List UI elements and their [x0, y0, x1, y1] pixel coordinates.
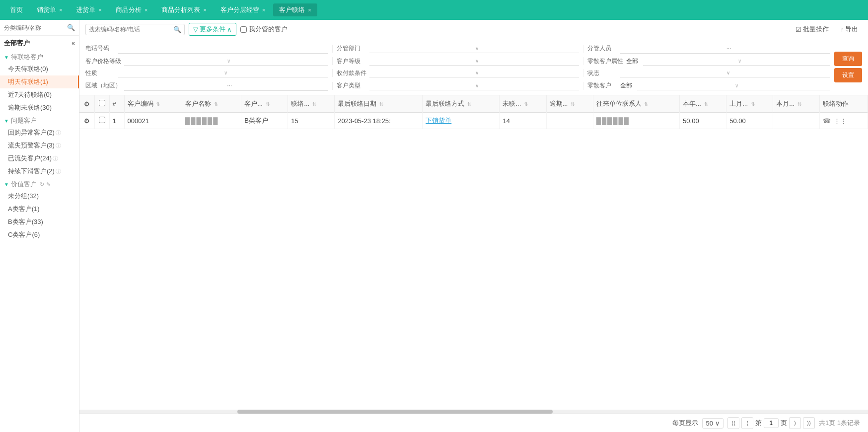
row-uncontacted: 14 [500, 113, 546, 129]
chevron-down-icon: ∨ [715, 420, 720, 427]
first-page-btn[interactable]: ⟨⟨ [727, 417, 739, 429]
row-gear[interactable]: ⚙ [79, 113, 94, 129]
nav-sales[interactable]: 销货单 × [31, 3, 68, 16]
this-month-header[interactable]: 本月... ⇅ [773, 95, 820, 113]
filter-row-2: 客户价格等级 ∨ 客户等级 ∨ [85, 57, 830, 66]
type-column-header[interactable]: 客户... ⇅ [241, 95, 288, 113]
sidebar-item-churn-warning[interactable]: 流失预警客户(3) ⓘ [0, 139, 79, 152]
last-month-header[interactable]: 上月... ⇅ [726, 95, 773, 113]
nav-product-list[interactable]: 商品分析列表 × [155, 3, 212, 16]
sidebar-item-tomorrow[interactable]: 明天待联络(1) [0, 75, 79, 88]
more-conditions-btn[interactable]: ▽ 更多条件 ∧ [189, 23, 236, 36]
sidebar-item-overdue[interactable]: 逾期未联络(30) [0, 101, 79, 114]
scrollbar-thumb[interactable] [237, 410, 553, 414]
dept-select[interactable]: ∨ [369, 44, 579, 53]
close-icon[interactable]: × [145, 7, 147, 13]
nav-home[interactable]: 首页 [4, 3, 29, 16]
person-select[interactable]: ··· [620, 43, 830, 54]
customer-type-select[interactable]: ∨ [369, 81, 579, 90]
select-all-checkbox[interactable] [99, 100, 105, 106]
export-btn[interactable]: ↑ 导出 [837, 23, 863, 35]
divider [583, 69, 583, 77]
nav-customer-segment[interactable]: 客户分层经营 × [215, 3, 271, 16]
last-contact-date-header[interactable]: 最后联络日期 ⇅ [335, 95, 423, 113]
my-customers-check[interactable] [240, 26, 247, 33]
next-page-btn[interactable]: ⟩ [789, 417, 801, 429]
search-icon[interactable]: 🔍 [173, 26, 181, 33]
close-icon[interactable]: × [262, 7, 265, 13]
chevron-down-icon: ∨ [475, 70, 578, 75]
this-year-header[interactable]: 本年... ⇅ [680, 95, 726, 113]
settings-button[interactable]: 设置 [834, 68, 862, 82]
info-icon: ⓘ [56, 168, 61, 175]
search-icon[interactable]: 🔍 [67, 24, 75, 31]
export-icon: ↑ [841, 26, 844, 33]
sidebar-item-ungrouped[interactable]: 未分组(32) [0, 190, 79, 203]
row-checkbox[interactable] [94, 113, 109, 129]
price-level-select[interactable]: ∨ [124, 57, 328, 66]
customer-level-select[interactable]: ∨ [369, 57, 579, 66]
search-input[interactable] [89, 26, 171, 33]
close-icon[interactable]: × [308, 7, 311, 13]
row-name: ██████ [182, 113, 241, 129]
name-column-header[interactable]: 客户名称 ⇅ [182, 95, 241, 113]
contacts-column-header[interactable]: 联络... ⇅ [288, 95, 335, 113]
status-select[interactable]: ∨ [620, 69, 830, 77]
sort-icon: ⇅ [379, 101, 383, 107]
customer-table: ⚙ # 客户编码 ⇅ 客户名称 ⇅ 客户... ⇅ [79, 95, 868, 410]
table-footer: 每页显示 50 ∨ ⟨⟨ ⟨ 第 页 ⟩ ⟩⟩ 共1页 1条记录 [79, 414, 868, 432]
sidebar-item-c-class[interactable]: C类客户(6) [0, 228, 79, 241]
sort-icon: ⇅ [524, 101, 528, 107]
nature-select[interactable]: ∨ [118, 69, 328, 77]
divider [583, 82, 583, 90]
batch-ops-btn[interactable]: ☑ 批量操作 [792, 23, 833, 35]
code-column-header[interactable]: 客户编码 ⇅ [124, 95, 182, 113]
table-scrollbar[interactable] [79, 410, 868, 414]
action-header: 联络动作 [820, 95, 868, 113]
refresh-icon[interactable]: ↻ [40, 181, 44, 188]
sidebar-item-b-class[interactable]: B类客户(33) [0, 216, 79, 228]
divider [583, 57, 583, 65]
close-icon[interactable]: × [98, 7, 101, 13]
prev-page-btn[interactable]: ⟨ [741, 417, 753, 429]
edit-icon[interactable]: ✎ [46, 181, 51, 188]
page-input[interactable] [764, 418, 779, 428]
nav-purchase[interactable]: 进货单 × [70, 3, 107, 16]
sort-icon: ⇅ [214, 101, 218, 107]
filter-retail-customer: 零散客户 全部 ∨ [587, 81, 830, 90]
sidebar-item-today[interactable]: 今天待联络(0) [0, 63, 79, 75]
region-select[interactable]: ··· [124, 80, 328, 91]
retail-customer-select[interactable]: ∨ [637, 81, 830, 90]
unit-contact-header[interactable]: 往来单位联系人 ⇅ [593, 95, 679, 113]
per-page-select[interactable]: 50 ∨ [702, 418, 723, 429]
my-customers-checkbox[interactable]: 我分管的客户 [240, 25, 288, 34]
retail-attr-select[interactable]: ∨ [643, 57, 830, 66]
last-page-btn[interactable]: ⟩⟩ [803, 417, 815, 429]
per-page-value: 50 [706, 420, 713, 427]
close-icon[interactable]: × [203, 7, 206, 13]
filter-price-level: 客户价格等级 ∨ [85, 57, 328, 66]
sidebar-item-repurchase-anomaly[interactable]: 回购异常客户(2) ⓘ [0, 126, 79, 139]
more-action-icon[interactable]: ⋮⋮ [834, 117, 847, 125]
sidebar-item-7days[interactable]: 近7天待联络(0) [0, 88, 79, 101]
uncontacted-header[interactable]: 未联... ⇅ [500, 95, 546, 113]
sidebar-item-churned[interactable]: 已流失客户(24) ⓘ [0, 152, 79, 165]
close-icon[interactable]: × [59, 7, 62, 13]
nav-product-analysis[interactable]: 商品分析 × [110, 3, 153, 16]
sort-icon: ⇅ [797, 101, 801, 107]
sidebar-item-declining[interactable]: 持续下滑客户(2) ⓘ [0, 165, 79, 178]
overdue-header[interactable]: 逾期... ⇅ [546, 95, 593, 113]
all-customers-header[interactable]: 全部客户 « [0, 36, 79, 51]
phone-action-icon[interactable]: ☎ [823, 117, 831, 125]
nav-customer-contact[interactable]: 客户联络 × [273, 3, 317, 16]
gear-column-header[interactable]: ⚙ [79, 95, 94, 113]
sidebar-search-input[interactable] [4, 24, 65, 31]
row-actions: ☎ ⋮⋮ [820, 113, 868, 129]
query-button[interactable]: 查询 [834, 52, 862, 66]
last-contact-method-header[interactable]: 最后联络方式 ⇅ [423, 95, 500, 113]
content-area: 🔍 ▽ 更多条件 ∧ 我分管的客户 ☑ 批量操作 ↑ 导出 [79, 20, 868, 432]
sidebar-item-a-class[interactable]: A类客户(1) [0, 203, 79, 216]
payment-select[interactable]: ∨ [369, 69, 579, 77]
phone-input[interactable] [118, 43, 328, 54]
filter-row-1: 电话号码 分管部门 ∨ 分管人员 [85, 43, 830, 54]
